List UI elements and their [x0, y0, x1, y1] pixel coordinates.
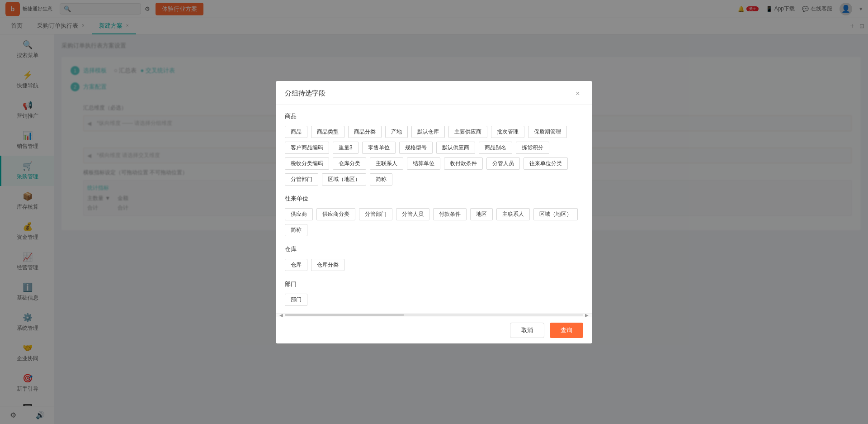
field-tag[interactable]: 商品	[285, 126, 307, 138]
field-tag[interactable]: 付款条件	[433, 208, 467, 220]
field-tag[interactable]: 重量3	[333, 142, 359, 154]
field-tag[interactable]: 结算单位	[407, 157, 440, 170]
section-goods-title: 商品	[285, 112, 583, 120]
modal-close-btn[interactable]: ×	[572, 88, 583, 99]
modal-title: 分组待选字段	[285, 89, 326, 98]
field-tag[interactable]: 商品分类	[348, 126, 382, 138]
section-warehouse-tags: 仓库 仓库分类	[285, 259, 583, 271]
section-partner: 往来单位 供应商 供应商分类 分管部门 分管人员 付款条件 地区 主联系人 区域…	[285, 195, 583, 236]
cancel-button[interactable]: 取消	[510, 323, 544, 338]
field-select-modal: 分组待选字段 × 商品 商品 商品类型 商品分类 产地 默认仓库 主要供应商 批…	[276, 81, 592, 343]
field-tag[interactable]: 仓库分类	[333, 157, 366, 170]
field-tag[interactable]: 区域（地区）	[322, 173, 366, 186]
field-tag[interactable]: 商品类型	[311, 126, 344, 138]
field-tag[interactable]: 保质期管理	[528, 126, 567, 138]
section-warehouse-title: 仓库	[285, 245, 583, 253]
field-tag[interactable]: 拣货积分	[516, 142, 549, 154]
section-department: 部门 部门	[285, 280, 583, 306]
field-tag[interactable]: 分管人员	[396, 208, 429, 220]
field-tag[interactable]: 收付款条件	[444, 157, 483, 170]
field-tag[interactable]: 分管部门	[285, 173, 318, 186]
field-tag[interactable]: 产地	[385, 126, 408, 138]
field-tag[interactable]: 零售单位	[362, 142, 396, 154]
modal-header: 分组待选字段 ×	[276, 81, 592, 105]
modal-footer: 取消 查询	[276, 317, 592, 343]
section-department-title: 部门	[285, 280, 583, 288]
field-tag[interactable]: 客户商品编码	[285, 142, 329, 154]
field-tag[interactable]: 默认供应商	[436, 142, 475, 154]
field-tag[interactable]: 简称	[285, 224, 307, 236]
modal-body: 商品 商品 商品类型 商品分类 产地 默认仓库 主要供应商 批次管理 保质期管理…	[276, 105, 592, 313]
field-tag[interactable]: 主联系人	[496, 208, 530, 220]
field-tag[interactable]: 仓库	[285, 259, 307, 271]
field-tag[interactable]: 分管人员	[486, 157, 520, 170]
field-tag[interactable]: 分管部门	[359, 208, 392, 220]
modal-overlay: 分组待选字段 × 商品 商品 商品类型 商品分类 产地 默认仓库 主要供应商 批…	[0, 0, 868, 424]
field-tag[interactable]: 主要供应商	[448, 126, 487, 138]
confirm-button[interactable]: 查询	[550, 323, 583, 338]
field-tag[interactable]: 简称	[370, 173, 392, 186]
section-warehouse: 仓库 仓库 仓库分类	[285, 245, 583, 271]
field-tag[interactable]: 默认仓库	[411, 126, 445, 138]
section-goods: 商品 商品 商品类型 商品分类 产地 默认仓库 主要供应商 批次管理 保质期管理…	[285, 112, 583, 186]
section-department-tags: 部门	[285, 294, 583, 306]
section-partner-title: 往来单位	[285, 195, 583, 203]
field-tag[interactable]: 地区	[470, 208, 493, 220]
field-tag[interactable]: 商品别名	[479, 142, 512, 154]
section-partner-tags: 供应商 供应商分类 分管部门 分管人员 付款条件 地区 主联系人 区域（地区） …	[285, 208, 583, 236]
field-tag[interactable]: 规格型号	[399, 142, 433, 154]
field-tag[interactable]: 区域（地区）	[533, 208, 578, 220]
section-goods-tags: 商品 商品类型 商品分类 产地 默认仓库 主要供应商 批次管理 保质期管理 客户…	[285, 126, 583, 186]
field-tag[interactable]: 仓库分类	[311, 259, 344, 271]
field-tag[interactable]: 主联系人	[370, 157, 403, 170]
field-tag[interactable]: 供应商分类	[316, 208, 355, 220]
field-tag[interactable]: 批次管理	[491, 126, 524, 138]
field-tag[interactable]: 税收分类编码	[285, 157, 329, 170]
field-tag[interactable]: 往来单位分类	[524, 157, 568, 170]
field-tag[interactable]: 部门	[285, 294, 307, 306]
field-tag[interactable]: 供应商	[285, 208, 313, 220]
